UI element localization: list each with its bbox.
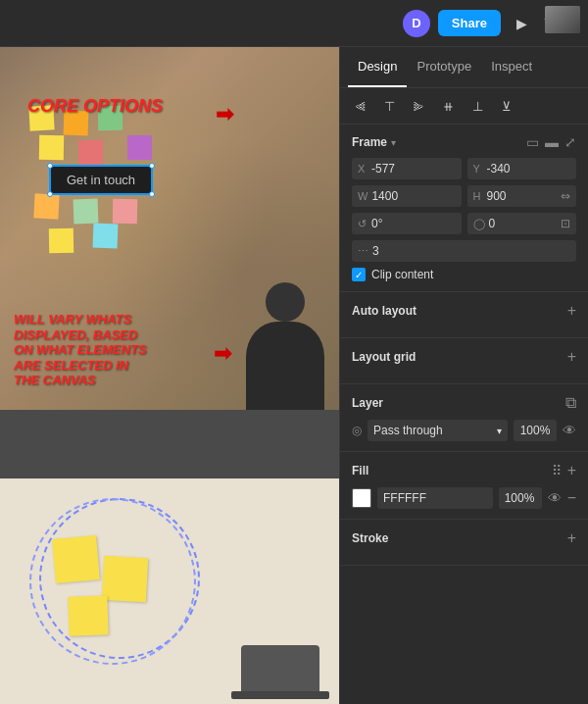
tab-inspect[interactable]: Inspect [481,47,542,87]
stroke-label: Stroke [352,531,388,545]
right-panel: Design Prototype Inspect ⫷ ⊤ ⫸ ⧺ ⊥ ⊻ Fra… [339,47,588,704]
auto-layout-header: Auto layout + [352,302,576,320]
radius-expand-icon[interactable]: ⊡ [561,217,570,230]
align-top-icon[interactable]: ⊥ [466,94,489,118]
fill-label: Fill [352,464,368,478]
resize-handle-tl[interactable] [47,163,53,169]
layer-mode-icon: ◎ [352,424,362,437]
fill-add-icon[interactable]: + [567,462,576,479]
h-value: 900 [487,189,558,203]
xy-row: X -577 Y -340 [352,158,576,179]
constrain-icon[interactable]: ⇔ [561,189,570,203]
layer-opacity-field[interactable]: 100% [514,420,557,441]
layer-mode-value: Pass through [373,424,443,437]
layer-mode-dropdown[interactable]: Pass through ▾ [368,420,508,441]
fill-style-icon[interactable]: ⠿ [552,463,562,478]
layer-opacity-value: 100% [520,424,551,437]
layer-copy-icon[interactable]: ⧉ [565,394,576,412]
h-label: H [473,190,483,202]
annotation-arrow-1: ➡ [216,102,233,127]
layer-mode-chevron: ▾ [497,426,502,436]
share-button[interactable]: Share [438,10,501,36]
stroke-header: Stroke + [352,529,576,547]
top-bar: D Share ▶ 79% ▾ [0,0,588,47]
annotation-core-options: CORE OPTIONS [27,96,163,118]
fill-remove-icon[interactable]: − [567,489,576,507]
y-label: Y [473,163,483,175]
layout-grid-section: Layout grid + [340,338,588,384]
fill-hex-field[interactable]: FFFFFF [377,487,493,509]
corner-dots-icon: ⋯ [358,245,368,258]
y-field[interactable]: Y -340 [467,158,577,179]
clip-label: Clip content [371,268,433,281]
clip-checkbox[interactable]: ✓ [352,268,366,281]
stroke-section: Stroke + [340,520,588,566]
frame-title-row: Frame ▾ [352,135,396,149]
panel-toolbar: ⫷ ⊤ ⫸ ⧺ ⊥ ⊻ [340,88,588,125]
rotation-field[interactable]: ↺ 0° [352,213,462,234]
w-label: W [358,190,368,202]
layer-visibility-icon[interactable]: 👁 [563,423,576,438]
w-field[interactable]: W 1400 [352,185,462,207]
resize-handle-bl[interactable] [47,191,53,197]
layer-header: Layer ⧉ [352,394,576,412]
rotation-value: 0° [371,217,456,230]
align-right-icon[interactable]: ⫸ [407,94,430,118]
fill-controls-row: FFFFFF 100% 👁 − [352,487,576,509]
fill-header: Fill ⠿ + [352,462,576,479]
layout-grid-add-icon[interactable]: + [567,348,576,366]
canvas-element-frame: Get in touch [49,165,153,195]
fill-header-icons: ⠿ + [552,462,576,479]
layer-label: Layer [352,396,383,410]
wh-row: W 1400 H 900 ⇔ [352,185,576,207]
auto-layout-section: Auto layout + [340,292,588,338]
radius-field[interactable]: ◯ 0 ⊡ [467,213,577,234]
panel-content: Frame ▾ ▭ ▬ ⤢ X -577 Y [340,125,588,704]
radius-value: 0 [489,217,558,230]
rotation-icon: ↺ [358,218,368,230]
frame-chevron-icon[interactable]: ▾ [391,137,396,148]
x-value: -577 [371,162,456,176]
tab-prototype[interactable]: Prototype [407,47,481,87]
fill-section: Fill ⠿ + FFFFFF 100% 👁 − [340,452,588,520]
h-field[interactable]: H 900 ⇔ [467,185,577,207]
frame-header: Frame ▾ ▭ ▬ ⤢ [352,134,576,150]
thumbnail-preview [545,6,580,33]
layer-controls-row: ◎ Pass through ▾ 100% 👁 [352,420,576,441]
y-value: -340 [487,162,571,176]
w-value: 1400 [371,189,455,203]
frame-label: Frame [352,135,387,149]
layout-grid-header: Layout grid + [352,348,576,366]
annotation-arrow-2: ➡ [214,341,231,367]
panel-tabs: Design Prototype Inspect [340,47,588,88]
postit-area [0,478,339,704]
align-bottom-icon[interactable]: ⊻ [495,94,518,118]
stroke-add-icon[interactable]: + [567,529,576,547]
fill-color-swatch[interactable] [352,488,371,508]
auto-layout-label: Auto layout [352,304,416,318]
x-label: X [358,163,368,175]
corner-row: ⋯ 3 [352,240,576,262]
annotation-will-vary: WILL VARY WHATSDISPLAYED, BASEDON WHAT E… [14,312,147,388]
frame-icons: ▭ ▬ ⤢ [526,134,576,150]
rotation-radius-row: ↺ 0° ◯ 0 ⊡ [352,213,576,234]
frame-mobile-icon[interactable]: ▭ [526,134,539,150]
play-button[interactable]: ▶ [509,10,536,37]
frame-desktop-icon[interactable]: ▬ [545,134,559,150]
avatar: D [403,10,430,37]
align-center-h-icon[interactable]: ⊤ [377,94,401,118]
fill-opacity-field[interactable]: 100% [499,487,542,509]
auto-layout-add-icon[interactable]: + [567,302,576,320]
fill-visibility-icon[interactable]: 👁 [548,490,562,506]
align-left-icon[interactable]: ⫷ [348,94,371,118]
frame-section: Frame ▾ ▭ ▬ ⤢ X -577 Y [340,125,588,292]
align-middle-icon[interactable]: ⧺ [436,94,460,118]
corner-count-value: 3 [372,244,570,258]
tab-design[interactable]: Design [348,47,407,87]
x-field[interactable]: X -577 [352,158,462,179]
main-layout: Get in touch CORE OPTIONS ➡ WILL VARY WH… [0,47,588,704]
canvas-area[interactable]: Get in touch CORE OPTIONS ➡ WILL VARY WH… [0,47,339,704]
corner-count-field[interactable]: ⋯ 3 [352,240,576,262]
get-in-touch-button[interactable]: Get in touch [51,167,151,193]
frame-expand-icon[interactable]: ⤢ [564,134,576,150]
